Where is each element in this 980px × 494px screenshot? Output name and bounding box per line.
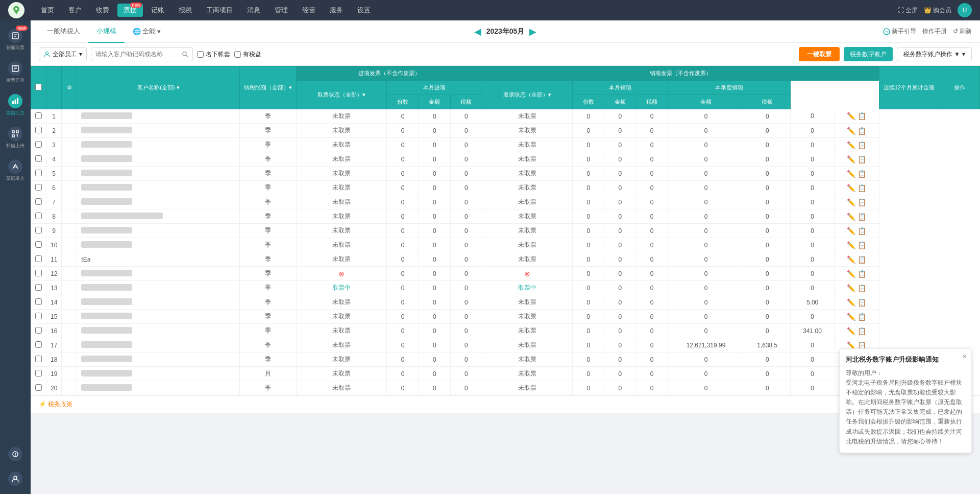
edit-icon[interactable]: ✏️ [847, 198, 855, 206]
copy-icon[interactable]: 📋 [857, 127, 866, 135]
copy-icon[interactable]: 📋 [857, 141, 866, 149]
row-customer[interactable] [77, 352, 240, 367]
tab-general-taxpayer[interactable]: 一般纳税人 [39, 20, 88, 43]
row-checkbox[interactable] [35, 384, 42, 391]
copy-icon[interactable]: 📋 [857, 313, 866, 321]
edit-icon[interactable]: ✏️ [847, 155, 855, 163]
edit-icon[interactable]: ✏️ [847, 298, 855, 307]
nav-fee[interactable]: 收费 [90, 4, 115, 17]
nav-settings[interactable]: 设置 [351, 4, 377, 17]
edit-icon[interactable]: ✏️ [847, 284, 855, 292]
col-out-status[interactable]: 取票状态（全部）▾ [482, 81, 573, 109]
manual-btn[interactable]: 操作手册 [922, 27, 947, 36]
tab-all[interactable]: 🌐 全能 ▾ [125, 20, 169, 43]
row-customer[interactable] [77, 124, 240, 138]
digital-tax-btn[interactable]: 税务数字账户 [844, 47, 893, 61]
sidebar-item-smart-fetch[interactable]: 智能取票 new [2, 25, 29, 55]
member-btn[interactable]: 👑 购会员 [924, 6, 951, 15]
row-customer[interactable] [77, 381, 240, 395]
col-in-status[interactable]: 取票状态（全部）▾ [297, 81, 387, 109]
nav-message[interactable]: 消息 [241, 4, 266, 17]
edit-icon[interactable]: ✏️ [847, 255, 855, 264]
row-checkbox[interactable] [35, 356, 42, 362]
tax-policy-link[interactable]: ⚡ 税务政策 [39, 400, 72, 409]
sidebar-item-summary[interactable]: 票据汇总 [2, 90, 29, 121]
row-customer[interactable] [77, 281, 240, 295]
prev-month-btn[interactable]: ◀ [474, 26, 481, 37]
notification-close-btn[interactable]: ✕ [962, 353, 967, 360]
nav-accounting[interactable]: 记账 [145, 4, 170, 17]
guide-btn[interactable]: ? 新手引导 [883, 27, 916, 36]
row-checkbox[interactable] [35, 270, 42, 276]
ledger-checkbox[interactable] [197, 51, 204, 58]
edit-icon[interactable]: ✏️ [847, 127, 855, 135]
nav-operation[interactable]: 经营 [296, 4, 322, 17]
row-checkbox[interactable] [35, 155, 42, 162]
copy-icon[interactable]: 📋 [857, 170, 866, 178]
edit-icon[interactable]: ✏️ [847, 141, 855, 149]
row-customer[interactable] [77, 267, 240, 281]
sidebar-item-entry[interactable]: 票据录入 [2, 155, 29, 186]
row-checkbox[interactable] [35, 184, 42, 191]
row-checkbox[interactable] [35, 298, 42, 305]
row-customer[interactable] [77, 367, 240, 381]
edit-icon[interactable]: ✏️ [847, 313, 855, 321]
row-customer[interactable] [77, 195, 240, 209]
select-all-checkbox[interactable] [35, 84, 42, 90]
sidebar-item-scan[interactable]: 扫描上传 [2, 123, 29, 153]
row-checkbox[interactable] [35, 327, 42, 334]
col-quota[interactable]: 纳税限额（全部）▾ [240, 66, 297, 109]
row-customer[interactable] [77, 338, 240, 352]
row-checkbox[interactable] [35, 241, 42, 248]
edit-icon[interactable]: ✏️ [847, 241, 855, 249]
copy-icon[interactable]: 📋 [857, 227, 866, 235]
nav-manage[interactable]: 管理 [268, 4, 294, 17]
row-checkbox[interactable] [35, 284, 42, 291]
sidebar-bottom-icon1[interactable] [2, 443, 29, 465]
row-checkbox[interactable] [35, 198, 42, 205]
edit-icon[interactable]: ✏️ [847, 270, 855, 278]
nav-customer[interactable]: 客户 [62, 4, 88, 17]
row-customer[interactable] [77, 138, 240, 152]
copy-icon[interactable]: 📋 [857, 255, 866, 264]
row-customer[interactable] [77, 167, 240, 181]
row-customer[interactable] [77, 238, 240, 252]
nav-business[interactable]: 工商项目 [200, 4, 239, 17]
col-customer-name[interactable]: 客户名称(全部) ▾ [77, 66, 240, 109]
copy-icon[interactable]: 📋 [857, 327, 866, 335]
nav-home[interactable]: 首页 [35, 4, 60, 17]
one-click-fetch-btn[interactable]: 一键取票 [799, 47, 840, 61]
row-customer[interactable]: tEa [77, 252, 240, 267]
edit-icon[interactable]: ✏️ [847, 227, 855, 235]
copy-icon[interactable]: 📋 [857, 184, 866, 192]
nav-tax[interactable]: 报税 [173, 4, 198, 17]
row-customer[interactable] [77, 152, 240, 167]
refresh-btn[interactable]: ↺ 刷新 [953, 27, 972, 36]
row-checkbox[interactable] [35, 255, 42, 262]
row-checkbox[interactable] [35, 170, 42, 176]
row-customer[interactable] [77, 181, 240, 195]
sidebar-item-open-invoice[interactable]: 发票开具 [2, 57, 29, 88]
edit-icon[interactable]: ✏️ [847, 327, 855, 335]
tax-disk-checkbox-label[interactable]: 有税盘 [234, 50, 261, 59]
row-checkbox[interactable] [35, 213, 42, 219]
copy-icon[interactable]: 📋 [857, 213, 866, 221]
row-checkbox[interactable] [35, 112, 42, 119]
tab-small-scale[interactable]: 小规模 [88, 20, 125, 43]
fullscreen-btn[interactable]: ⛶ 全屏 [898, 6, 918, 15]
edit-icon[interactable]: ✏️ [847, 213, 855, 221]
sidebar-bottom-icon2[interactable] [2, 467, 29, 490]
digital-ops-btn[interactable]: 税务数字账户操作 ▼ ▾ [897, 47, 972, 61]
row-customer[interactable] [77, 209, 240, 224]
row-checkbox[interactable] [35, 341, 42, 348]
edit-icon[interactable]: ✏️ [847, 184, 855, 192]
employee-select[interactable]: 全部员工 ▾ [39, 47, 87, 61]
edit-icon[interactable]: ✏️ [847, 112, 855, 120]
row-checkbox[interactable] [35, 141, 42, 148]
ledger-checkbox-label[interactable]: 名下帐套 [197, 50, 230, 59]
copy-icon[interactable]: 📋 [857, 198, 866, 206]
row-customer[interactable] [77, 310, 240, 324]
col-settings-icon[interactable]: ⚙ [62, 66, 77, 109]
row-checkbox[interactable] [35, 227, 42, 233]
row-checkbox[interactable] [35, 127, 42, 133]
